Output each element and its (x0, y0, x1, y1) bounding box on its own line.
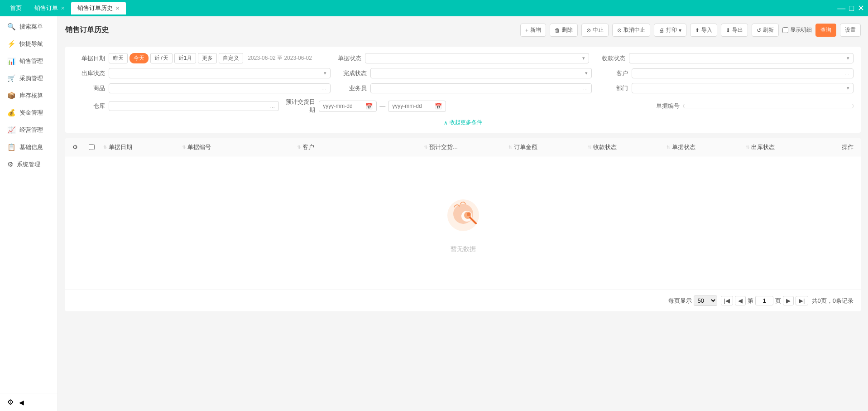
tab-bar: 首页 销售订单 ✕ 销售订单历史 ✕ — □ ✕ (0, 0, 868, 16)
page-number-input[interactable] (755, 296, 773, 305)
tab-action-minus[interactable]: — (837, 4, 845, 13)
sort-amount-icon: ⇅ (508, 145, 512, 150)
complete-status-select[interactable]: ▾ (370, 68, 592, 78)
total-text: 共0页，0条记录 (812, 297, 854, 305)
sidebar-item-basic-label: 基础信息 (19, 143, 43, 151)
display-toggle-label: 显示明细 (790, 26, 812, 34)
inventory-icon: 📦 (7, 92, 16, 100)
goods-field[interactable]: … (109, 83, 331, 93)
delivery-date-to[interactable]: 📅 (388, 101, 446, 112)
tab-action-close[interactable]: ✕ (858, 3, 864, 13)
sort-order-status-icon: ⇅ (667, 145, 670, 150)
date-btn-yesterday[interactable]: 昨天 (109, 53, 128, 63)
sidebar-item-purchase[interactable]: 🛒 采购管理 (0, 70, 58, 87)
department-select[interactable]: ▾ (632, 83, 854, 93)
salesperson-field[interactable]: … (370, 83, 592, 93)
collapse-label: 收起更多条件 (450, 119, 482, 126)
query-label: 查询 (820, 26, 831, 34)
query-button[interactable]: 查询 (815, 24, 836, 37)
tab-home-label: 首页 (10, 4, 22, 12)
payment-status-label: 收款状态 (593, 54, 625, 63)
import-button[interactable]: ⬆ 导入 (690, 24, 717, 37)
customer-field[interactable]: … (632, 68, 854, 78)
sidebar-item-search-menu[interactable]: 🔍 搜索菜单 (0, 18, 58, 35)
order-number-field[interactable] (683, 104, 854, 108)
date-btn-7days[interactable]: 近7天 (150, 53, 173, 63)
select-all-checkbox[interactable] (89, 144, 95, 150)
sidebar-item-system[interactable]: ⚙ 系统管理 (0, 156, 58, 173)
sidebar-collapse-icon[interactable]: ◀ (19, 399, 24, 406)
add-button[interactable]: + 新增 (520, 24, 546, 37)
refresh-button[interactable]: ↺ 刷新 (752, 24, 779, 37)
col-payment[interactable]: ⇅ 收款状态 (584, 143, 663, 151)
salesperson-more-icon: … (583, 86, 588, 91)
tab-action-square[interactable]: □ (849, 4, 854, 13)
last-page-button[interactable]: ▶| (796, 296, 808, 305)
sidebar-item-operations[interactable]: 📈 经营管理 (0, 121, 58, 139)
purchase-icon: 🛒 (7, 74, 16, 82)
warehouse-field[interactable]: … (109, 101, 279, 111)
date-btn-more[interactable]: 更多 (198, 53, 217, 63)
col-date[interactable]: ⇅ 单据日期 (100, 143, 178, 151)
date-btn-1month[interactable]: 近1月 (174, 53, 197, 63)
delivery-date-label: 预计交货日期 (283, 98, 315, 114)
stop-button[interactable]: ⊘ 中止 (581, 24, 609, 37)
table-header: ⚙ ⇅ 单据日期 ⇅ 单据编号 ⇅ 客户 ⇅ (65, 138, 861, 156)
print-button[interactable]: 🖨 打印 ▾ (654, 24, 686, 37)
delivery-date-from-input[interactable] (323, 103, 364, 109)
tab-bar-actions: — □ ✕ (837, 3, 864, 13)
sidebar-item-basic[interactable]: 📋 基础信息 (0, 139, 58, 156)
sort-number-icon: ⇅ (182, 145, 186, 150)
warehouse-status-arrow-icon: ▾ (324, 70, 326, 76)
tab-sales-history[interactable]: 销售订单历史 ✕ (71, 2, 126, 15)
col-customer[interactable]: ⇅ 客户 (293, 143, 420, 151)
sidebar-item-inventory[interactable]: 📦 库存核算 (0, 87, 58, 104)
col-checkbox[interactable] (85, 144, 100, 150)
search-menu-icon: 🔍 (7, 23, 16, 31)
sidebar-item-sales[interactable]: 📊 销售管理 (0, 53, 58, 70)
per-page-dropdown[interactable]: 50 20 100 (694, 295, 717, 306)
sales-icon: 📊 (7, 57, 16, 65)
tab-sales-order[interactable]: 销售订单 ✕ (28, 2, 71, 15)
date-buttons: 昨天 今天 近7天 近1月 更多 自定义 (109, 53, 243, 63)
export-button[interactable]: ⬇ 导出 (721, 24, 748, 37)
col-order-status[interactable]: ⇅ 单据状态 (663, 143, 742, 151)
stop-icon: ⊘ (586, 27, 591, 34)
per-page-select: 每页显示 50 20 100 (668, 295, 717, 306)
tab-sales-order-close[interactable]: ✕ (61, 5, 65, 11)
sidebar-item-quick-nav[interactable]: ⚡ 快捷导航 (0, 35, 58, 53)
date-btn-today[interactable]: 今天 (129, 53, 149, 63)
col-delivery[interactable]: ⇅ 预计交货... (420, 143, 505, 151)
date-btn-custom[interactable]: 自定义 (219, 53, 243, 63)
payment-status-select[interactable]: ▾ (629, 53, 854, 63)
cancel-stop-button[interactable]: ⊘ 取消中止 (612, 24, 650, 37)
sort-customer-icon: ⇅ (297, 145, 301, 150)
first-page-button[interactable]: |◀ (721, 296, 733, 305)
delivery-date-from[interactable]: 📅 (319, 101, 377, 112)
order-number-label: 单据编号 (647, 102, 680, 110)
next-page-button[interactable]: ▶ (783, 296, 794, 305)
col-amount[interactable]: ⇅ 订单金额 (505, 143, 584, 151)
warehouse-status-select[interactable]: ▾ (109, 68, 331, 78)
tab-sales-history-close[interactable]: ✕ (115, 5, 120, 11)
delete-button[interactable]: 🗑 删除 (550, 24, 578, 37)
department-arrow-icon: ▾ (847, 85, 849, 91)
display-toggle-checkbox[interactable] (782, 27, 788, 33)
date-label: 单据日期 (72, 54, 105, 63)
delivery-date-to-input[interactable] (392, 103, 433, 109)
operations-icon: 📈 (7, 126, 16, 134)
col-number[interactable]: ⇅ 单据编号 (178, 143, 293, 151)
col-warehouse-status[interactable]: ⇅ 出库状态 (742, 143, 821, 151)
col-settings[interactable]: ⚙ (69, 144, 85, 150)
settings-button[interactable]: 设置 (840, 24, 861, 37)
filter-panel: 单据日期 昨天 今天 近7天 近1月 更多 自定义 2023-06-02 至 2… (65, 47, 861, 133)
prev-page-button[interactable]: ◀ (735, 296, 746, 305)
tab-sales-history-label: 销售订单历史 (77, 4, 113, 12)
sidebar-settings-icon[interactable]: ⚙ (7, 398, 14, 406)
sidebar-item-finance[interactable]: 💰 资金管理 (0, 104, 58, 121)
tab-home[interactable]: 首页 (4, 2, 28, 15)
sidebar-item-purchase-label: 采购管理 (19, 74, 43, 82)
complete-status-label: 完成状态 (334, 69, 367, 77)
collapse-more[interactable]: ∧ 收起更多条件 (72, 119, 854, 126)
order-status-select[interactable]: ▾ (365, 53, 590, 63)
